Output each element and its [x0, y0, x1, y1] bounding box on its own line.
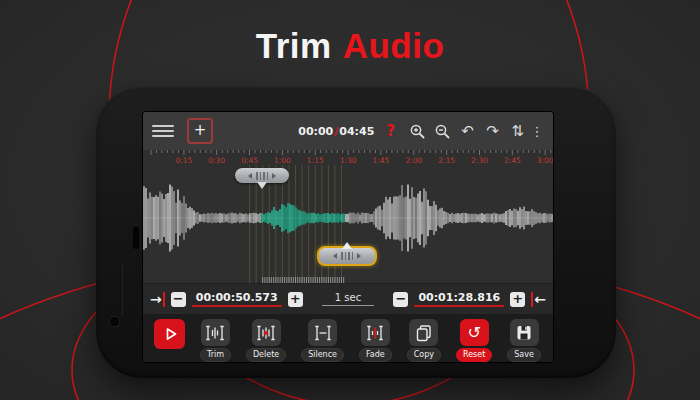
fade-icon: [361, 319, 390, 346]
svg-text:1:00: 1:00: [274, 156, 291, 165]
menu-icon[interactable]: [152, 121, 174, 141]
svg-text:0:45: 0:45: [241, 156, 258, 165]
playback-time-display: 00:00/04:45: [298, 125, 374, 138]
delete-icon: [252, 319, 281, 346]
svg-text:1:15: 1:15: [307, 156, 324, 165]
copy-button[interactable]: Copy: [407, 319, 441, 362]
save-icon: [510, 319, 539, 346]
top-toolbar: + 00:00/04:45 ? ↶ ↷ ⇅ ⋮: [143, 112, 553, 150]
bezel-seam: [122, 264, 123, 316]
waveform-area[interactable]: 0:150:300:451:001:151:301:452:002:152:30…: [143, 150, 553, 283]
end-plus-button[interactable]: +: [510, 292, 525, 307]
svg-text:1:45: 1:45: [373, 156, 390, 165]
page-title: TrimAudio: [0, 26, 700, 66]
step-size-field[interactable]: 1 sec: [322, 292, 374, 306]
start-plus-button[interactable]: +: [288, 292, 303, 307]
play-icon[interactable]: [154, 319, 185, 349]
reset-button[interactable]: ↺ Reset: [456, 319, 492, 362]
front-camera: [110, 317, 119, 326]
snap-end-icon[interactable]: ←: [531, 292, 546, 307]
svg-text:2:30: 2:30: [471, 156, 488, 165]
svg-text:2:15: 2:15: [438, 156, 455, 165]
time-current: 00:00: [298, 125, 333, 138]
zoom-out-icon[interactable]: [430, 119, 455, 143]
svg-text:2:45: 2:45: [504, 156, 521, 165]
selection-start-handle[interactable]: [235, 168, 289, 183]
snap-start-icon[interactable]: →: [150, 292, 165, 307]
time-total: 04:45: [339, 125, 374, 138]
earpiece-speaker: [133, 227, 139, 249]
selection-controls: → − 00:00:50.573 + 1 sec − 00:01:28.816 …: [143, 283, 553, 314]
help-button[interactable]: ?: [386, 122, 395, 140]
start-minus-button[interactable]: −: [171, 292, 186, 307]
page-title-audio: Audio: [343, 26, 445, 65]
save-button[interactable]: Save: [507, 319, 541, 362]
selection-end-time[interactable]: 00:01:28.816: [414, 291, 504, 307]
reset-label: Reset: [456, 348, 492, 362]
app-screen: + 00:00/04:45 ? ↶ ↷ ⇅ ⋮ 0:150:300:451:00…: [143, 112, 553, 362]
trim-icon: [201, 319, 230, 346]
silence-icon: [308, 319, 337, 346]
svg-text:3:00: 3:00: [537, 156, 553, 165]
reset-icon: ↺: [460, 319, 489, 346]
add-file-button[interactable]: +: [187, 118, 213, 144]
svg-text:1:30: 1:30: [340, 156, 357, 165]
undo-icon[interactable]: ↶: [455, 119, 480, 143]
svg-text:2:00: 2:00: [405, 156, 422, 165]
delete-label: Delete: [246, 348, 286, 362]
play-button[interactable]: [154, 319, 185, 349]
copy-label: Copy: [407, 348, 441, 362]
selection-start-time[interactable]: 00:00:50.573: [192, 291, 282, 307]
page-title-trim: Trim: [256, 26, 332, 65]
silence-label: Silence: [301, 348, 344, 362]
delete-button[interactable]: Delete: [246, 319, 286, 362]
swap-vertical-icon[interactable]: ⇅: [505, 119, 530, 143]
silence-button[interactable]: Silence: [301, 319, 344, 362]
redo-icon[interactable]: ↷: [480, 119, 505, 143]
save-label: Save: [507, 348, 541, 362]
trim-button[interactable]: Trim: [200, 319, 231, 362]
svg-text:0:15: 0:15: [175, 156, 192, 165]
zoom-in-icon[interactable]: [405, 119, 430, 143]
action-bar: Trim Delete Silence: [143, 314, 553, 362]
phone-frame: + 00:00/04:45 ? ↶ ↷ ⇅ ⋮ 0:150:300:451:00…: [96, 86, 616, 378]
end-minus-button[interactable]: −: [393, 292, 408, 307]
svg-text:0:30: 0:30: [208, 156, 225, 165]
more-options-icon[interactable]: ⋮: [530, 124, 544, 139]
fade-button[interactable]: Fade: [359, 319, 392, 362]
selection-end-handle[interactable]: [317, 246, 377, 266]
copy-icon: [409, 319, 438, 346]
trim-label: Trim: [200, 348, 231, 362]
fade-label: Fade: [359, 348, 392, 362]
